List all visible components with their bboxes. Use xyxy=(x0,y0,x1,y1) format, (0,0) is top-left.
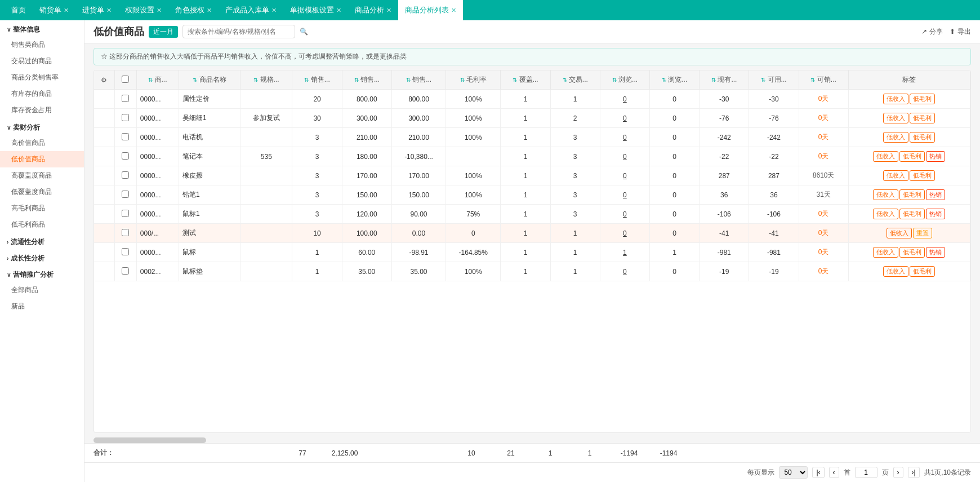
nav-products-in[interactable]: 产成品入库单 ✕ xyxy=(219,0,283,20)
sidebar-group-liquidity[interactable]: › 流通性分析 xyxy=(0,233,84,249)
cell-gear[interactable] xyxy=(94,90,114,109)
row-checkbox[interactable] xyxy=(122,171,129,179)
nav-permissions[interactable]: 权限设置 ✕ xyxy=(118,0,168,20)
export-button[interactable]: ⬆ 导出 xyxy=(950,27,971,37)
page-number-input[interactable] xyxy=(855,467,877,478)
sidebar-item-stock-goods[interactable]: 有库存的商品 xyxy=(0,86,84,102)
horizontal-scrollbar[interactable] xyxy=(93,437,971,443)
sidebar-item-high-coverage[interactable]: 高覆盖度商品 xyxy=(0,167,84,184)
cell-browse1[interactable]: 0 xyxy=(600,185,649,205)
collapse-overall-icon[interactable]: ∨ xyxy=(7,26,11,33)
collapse-marketing-icon[interactable]: ∨ xyxy=(7,272,11,278)
sidebar-item-new-goods[interactable]: 新品 xyxy=(0,298,84,315)
nav-goods-analysis[interactable]: 商品分析 ✕ xyxy=(348,0,398,20)
cell-checkbox[interactable] xyxy=(114,109,136,128)
nav-purchase[interactable]: 进货单 ✕ xyxy=(75,0,118,20)
search-input[interactable] xyxy=(182,25,295,38)
row-checkbox[interactable] xyxy=(122,133,129,140)
cell-gear[interactable] xyxy=(94,243,114,262)
last-page-button[interactable]: ›| xyxy=(908,467,920,478)
col-browse1[interactable]: ⇅ 浏览... xyxy=(600,70,649,90)
cell-gear[interactable] xyxy=(94,185,114,205)
sidebar-item-stock-capital[interactable]: 库存资金占用 xyxy=(0,102,84,118)
col-sale3[interactable]: ⇅ 销售... xyxy=(391,70,446,90)
sidebar-group-overall[interactable]: ∨ 整体信息 xyxy=(0,20,84,37)
cell-gear[interactable] xyxy=(94,224,114,243)
select-all-checkbox[interactable] xyxy=(122,76,129,83)
col-sale1[interactable]: ⇅ 销售... xyxy=(292,70,342,90)
col-name[interactable]: ⇅ 商品名称 xyxy=(179,70,240,90)
nav-close-purchase[interactable]: ✕ xyxy=(106,7,112,14)
cell-gear[interactable] xyxy=(94,109,114,128)
col-margin[interactable]: ⇅ 毛利率 xyxy=(446,70,501,90)
cell-checkbox[interactable] xyxy=(114,224,136,243)
col-sale2[interactable]: ⇅ 销售... xyxy=(342,70,391,90)
nav-template[interactable]: 单据模板设置 ✕ xyxy=(283,0,348,20)
cell-checkbox[interactable] xyxy=(114,262,136,281)
scroll-thumb[interactable] xyxy=(93,437,206,443)
collapse-financial-icon[interactable]: ∨ xyxy=(7,125,11,131)
cell-browse1[interactable]: 0 xyxy=(600,224,649,243)
row-checkbox[interactable] xyxy=(122,229,129,236)
expand-growth-icon[interactable]: › xyxy=(7,255,8,262)
prev-page-button[interactable]: ‹ xyxy=(829,467,839,478)
sidebar-group-financial[interactable]: ∨ 卖财分析 xyxy=(0,118,84,135)
page-size-select[interactable]: 20 50 100 xyxy=(779,466,808,479)
col-trade[interactable]: ⇅ 交易... xyxy=(550,70,600,90)
cell-browse1[interactable]: 0 xyxy=(600,90,649,109)
row-checkbox[interactable] xyxy=(122,152,129,160)
sidebar-item-high-value[interactable]: 高价值商品 xyxy=(0,135,84,151)
next-page-button[interactable]: › xyxy=(893,467,903,478)
search-icon[interactable]: 🔍 xyxy=(300,28,308,36)
sidebar-item-category-rate[interactable]: 商品分类销售率 xyxy=(0,69,84,86)
cell-browse1[interactable]: 0 xyxy=(600,128,649,147)
row-checkbox[interactable] xyxy=(122,95,129,102)
sidebar-item-low-coverage[interactable]: 低覆盖度商品 xyxy=(0,184,84,200)
nav-close-template[interactable]: ✕ xyxy=(336,7,341,14)
nav-close-permissions[interactable]: ✕ xyxy=(157,7,162,14)
nav-close-roles[interactable]: ✕ xyxy=(207,7,212,14)
cell-browse1[interactable]: 0 xyxy=(600,262,649,281)
nav-close-products-in[interactable]: ✕ xyxy=(271,7,277,14)
col-spec[interactable]: ⇅ 规格... xyxy=(240,70,292,90)
sidebar-item-sales-goods[interactable]: 销售类商品 xyxy=(0,37,84,53)
col-coverage[interactable]: ⇅ 覆盖... xyxy=(501,70,550,90)
cell-checkbox[interactable] xyxy=(114,128,136,147)
nav-sales[interactable]: 销货单 ✕ xyxy=(33,0,75,20)
first-page-button[interactable]: |‹ xyxy=(812,467,824,478)
col-saleable[interactable]: ⇅ 可销... xyxy=(799,70,848,90)
cell-checkbox[interactable] xyxy=(114,90,136,109)
col-browse2[interactable]: ⇅ 浏览... xyxy=(649,70,699,90)
cell-browse1[interactable]: 0 xyxy=(600,205,649,224)
nav-close-goods-analysis[interactable]: ✕ xyxy=(386,7,391,14)
cell-checkbox[interactable] xyxy=(114,147,136,166)
nav-roles[interactable]: 角色授权 ✕ xyxy=(168,0,219,20)
col-code[interactable]: ⇅ 商... xyxy=(136,70,179,90)
expand-liquidity-icon[interactable]: › xyxy=(7,239,8,245)
cell-gear[interactable] xyxy=(94,128,114,147)
row-checkbox[interactable] xyxy=(122,191,129,198)
row-checkbox[interactable] xyxy=(122,210,129,217)
cell-gear[interactable] xyxy=(94,205,114,224)
col-checkbox[interactable] xyxy=(114,70,136,90)
nav-close-goods-analysis-list[interactable]: ✕ xyxy=(451,7,456,14)
col-gear[interactable]: ⚙ xyxy=(94,70,114,90)
cell-gear[interactable] xyxy=(94,166,114,185)
sidebar-item-high-margin[interactable]: 高毛利商品 xyxy=(0,200,84,216)
cell-checkbox[interactable] xyxy=(114,185,136,205)
row-checkbox[interactable] xyxy=(122,248,129,255)
cell-checkbox[interactable] xyxy=(114,166,136,185)
sidebar-item-low-value[interactable]: 低价值商品 xyxy=(0,151,84,167)
cell-checkbox[interactable] xyxy=(114,243,136,262)
row-checkbox[interactable] xyxy=(122,267,129,275)
sidebar-item-all-goods[interactable]: 全部商品 xyxy=(0,282,84,298)
sidebar-group-marketing[interactable]: ∨ 营销推广分析 xyxy=(0,266,84,282)
cell-gear[interactable] xyxy=(94,262,114,281)
col-available[interactable]: ⇅ 可用... xyxy=(749,70,799,90)
nav-close-sales[interactable]: ✕ xyxy=(64,7,69,14)
nav-goods-analysis-list[interactable]: 商品分析列表 ✕ xyxy=(398,0,463,20)
sidebar-group-growth[interactable]: › 成长性分析 xyxy=(0,249,84,266)
sidebar-item-traded-goods[interactable]: 交易过的商品 xyxy=(0,53,84,69)
cell-browse1[interactable]: 1 xyxy=(600,243,649,262)
nav-home[interactable]: 首页 xyxy=(5,0,33,20)
